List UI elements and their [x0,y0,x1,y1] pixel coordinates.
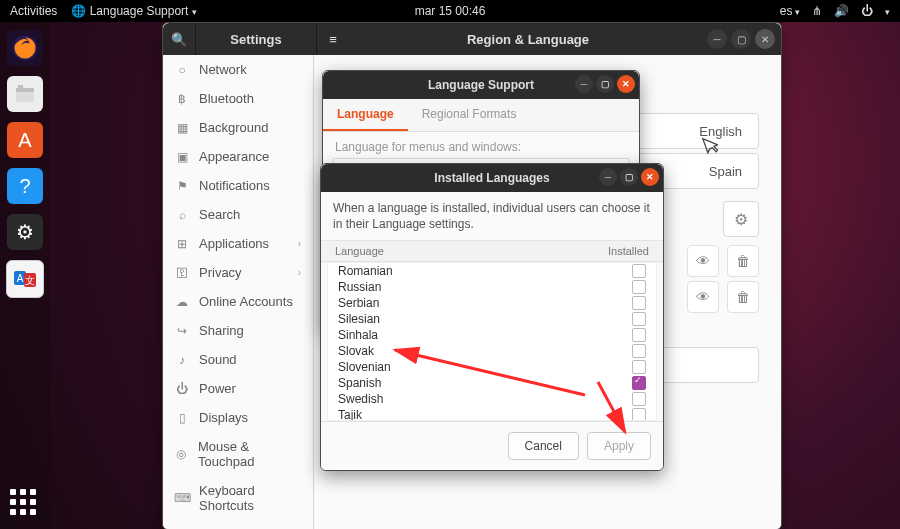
system-menu[interactable] [885,4,890,18]
installed-checkbox[interactable] [632,360,646,374]
search-icon: 🔍 [171,32,187,47]
chevron-right-icon: › [298,267,301,278]
installed-checkbox[interactable] [632,264,646,278]
installed-checkbox[interactable] [632,376,646,390]
apply-button[interactable]: Apply [587,432,651,460]
dialog-close[interactable]: ✕ [641,168,659,186]
remove-button[interactable]: 🗑 [727,245,759,277]
dock-files[interactable] [7,76,43,112]
mouse-cursor [700,136,718,161]
sidebar-item-appearance[interactable]: ▣Appearance [163,142,313,171]
dialog-minimize[interactable]: ─ [575,75,593,93]
sidebar-item-label: Bluetooth [199,91,254,106]
input-source-indicator[interactable]: es [780,4,800,18]
sidebar-item-printers[interactable]: ⎙Printers [163,520,313,529]
activities-button[interactable]: Activities [10,4,57,18]
language-row[interactable]: Serbian [328,295,656,311]
language-row[interactable]: Tajik [328,407,656,421]
language-row[interactable]: Silesian [328,311,656,327]
installed-checkbox[interactable] [632,344,646,358]
language-list[interactable]: RomanianRussianSerbianSilesianSinhalaSlo… [327,262,657,421]
sidebar-item-online-accounts[interactable]: ☁Online Accounts [163,287,313,316]
clock[interactable]: mar 15 00:46 [415,4,486,18]
sidebar-item-displays[interactable]: ▯Displays [163,403,313,432]
window-close[interactable]: ✕ [755,29,775,49]
language-row[interactable]: Spanish [328,375,656,391]
dialog-close[interactable]: ✕ [617,75,635,93]
power-icon[interactable]: ⏻ [861,4,873,18]
cancel-button[interactable]: Cancel [508,432,579,460]
sidebar-item-power[interactable]: ⏻Power [163,374,313,403]
hamburger-button[interactable]: ≡ [316,23,349,55]
sidebar-item-sharing[interactable]: ↪Sharing [163,316,313,345]
installed-checkbox[interactable] [632,408,646,421]
panel-title: Region & Language [349,32,707,47]
sidebar-icon: ◎ [175,447,188,461]
manage-languages-button[interactable]: ⚙ [723,201,759,237]
installed-checkbox[interactable] [632,328,646,342]
installed-checkbox[interactable] [632,312,646,326]
language-row[interactable]: Slovenian [328,359,656,375]
language-name: Spanish [338,376,632,390]
sidebar-item-label: Keyboard Shortcuts [199,483,301,513]
svg-rect-3 [18,85,23,88]
language-row[interactable]: Romanian [328,263,656,279]
view-button[interactable]: 👁 [687,245,719,277]
window-minimize[interactable]: ─ [707,29,727,49]
show-applications[interactable] [10,489,40,519]
software-icon: A [18,129,31,152]
installed-checkbox[interactable] [632,392,646,406]
remove-button[interactable]: 🗑 [727,281,759,313]
sidebar-icon: ⏻ [175,382,189,396]
dialog-buttons: Cancel Apply [321,421,663,470]
dialog-maximize[interactable]: ▢ [620,168,638,186]
dock-help[interactable]: ? [7,168,43,204]
sidebar-icon: ♪ [175,353,189,367]
sidebar-item-keyboard-shortcuts[interactable]: ⌨Keyboard Shortcuts [163,476,313,520]
language-row[interactable]: Sinhala [328,327,656,343]
menu-icon: ≡ [329,32,337,47]
search-toggle[interactable]: 🔍 [163,23,196,55]
sidebar-item-label: Search [199,207,240,222]
sidebar-item-sound[interactable]: ♪Sound [163,345,313,374]
sidebar-item-mouse-touchpad[interactable]: ◎Mouse & Touchpad [163,432,313,476]
sidebar-item-bluetooth[interactable]: ฿Bluetooth [163,84,313,113]
dock-settings[interactable]: ⚙ [7,214,43,250]
sidebar-icon: ↪ [175,324,189,338]
language-name: Slovenian [338,360,632,374]
trash-icon: 🗑 [736,253,750,269]
help-icon: ? [19,175,30,198]
tab-regional-formats[interactable]: Regional Formats [408,99,531,131]
sidebar-item-network[interactable]: ○Network [163,55,313,84]
sidebar-item-privacy[interactable]: ⚿Privacy› [163,258,313,287]
sidebar-icon: ⊞ [175,237,189,251]
network-icon[interactable]: ⋔ [812,4,822,18]
tab-language[interactable]: Language [323,99,408,131]
sidebar-item-applications[interactable]: ⊞Applications› [163,229,313,258]
app-menu[interactable]: 🌐 Language Support [71,4,196,18]
dock-software[interactable]: A [7,122,43,158]
sidebar-item-background[interactable]: ▦Background [163,113,313,142]
installed-checkbox[interactable] [632,296,646,310]
dialog-maximize[interactable]: ▢ [596,75,614,93]
sidebar-icon: ⌕ [175,208,189,222]
sidebar-icon: ▦ [175,121,189,135]
window-maximize[interactable]: ▢ [731,29,751,49]
language-name: Romanian [338,264,632,278]
view-button[interactable]: 👁 [687,281,719,313]
dialog-minimize[interactable]: ─ [599,168,617,186]
sidebar-item-notifications[interactable]: ⚑Notifications [163,171,313,200]
sidebar-icon: ▯ [175,411,189,425]
sidebar-item-label: Notifications [199,178,270,193]
language-icon: A文 [12,266,38,292]
dock-firefox[interactable] [7,30,43,66]
language-row[interactable]: Swedish [328,391,656,407]
settings-title: Settings [196,32,316,47]
trash-icon: 🗑 [736,289,750,305]
dock-language-support[interactable]: A文 [6,260,44,298]
installed-checkbox[interactable] [632,280,646,294]
volume-icon[interactable]: 🔊 [834,4,849,18]
language-row[interactable]: Slovak [328,343,656,359]
language-row[interactable]: Russian [328,279,656,295]
sidebar-item-search[interactable]: ⌕Search [163,200,313,229]
